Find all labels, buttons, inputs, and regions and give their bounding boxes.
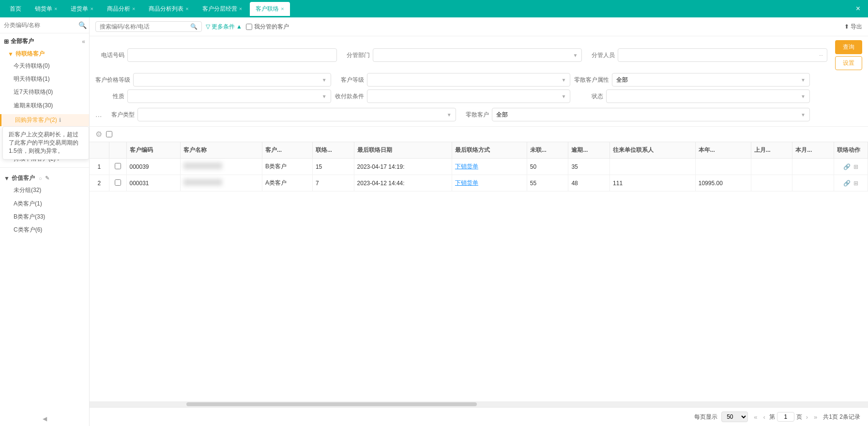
sidebar-item-ungrouped[interactable]: 未分组(32)	[0, 184, 89, 197]
th-last-month[interactable]: 上月...	[751, 142, 792, 159]
phone-input[interactable]	[127, 48, 337, 62]
row1-check[interactable]	[109, 159, 126, 175]
row2-actions[interactable]: 🔗 ⊞	[834, 175, 868, 191]
customer-type-select[interactable]: ▼	[137, 108, 456, 121]
table-settings-icon[interactable]: ⚙	[95, 130, 102, 139]
prev-page-btn[interactable]: ‹	[761, 412, 767, 422]
status-select[interactable]: ▼	[606, 89, 810, 103]
th-this-month[interactable]: 本月...	[792, 142, 834, 159]
nav-tab-customer-contact[interactable]: 客户联络 ×	[250, 2, 289, 16]
more-dots[interactable]: ...	[95, 110, 102, 119]
th-level[interactable]: 客户...	[262, 142, 313, 159]
nav-tab-sales[interactable]: 销货单 ×	[29, 2, 63, 16]
payment-select[interactable]: ▼	[367, 89, 571, 103]
query-button[interactable]: 查询	[835, 40, 862, 54]
main-search-input[interactable]	[100, 23, 188, 30]
row2-last-method-value[interactable]: 下销货单	[455, 179, 478, 186]
th-contacts[interactable]: 联络...	[312, 142, 354, 159]
customer-level-chevron-icon: ▼	[561, 77, 566, 83]
next-page-btn[interactable]: ›	[804, 412, 810, 422]
close-purchase-icon[interactable]: ×	[90, 6, 93, 12]
sidebar-collapse-icon[interactable]: «	[82, 38, 85, 45]
row1-code[interactable]: 000039	[126, 159, 180, 175]
pending-arrow-icon: ▼	[8, 51, 14, 58]
row2-link-icon[interactable]: 🔗	[843, 180, 851, 187]
scroll-thumb[interactable]	[186, 402, 477, 406]
row1-actions[interactable]: 🔗 ⊞	[834, 159, 868, 175]
more-conditions-btn[interactable]: ▽ 更多条件 ▲	[206, 23, 242, 31]
row1-last-method[interactable]: 下销货单	[452, 159, 527, 175]
th-unreached[interactable]: 未联...	[527, 142, 568, 159]
row2-checkbox[interactable]	[115, 179, 121, 186]
per-page-select[interactable]: 50 20 100	[721, 411, 748, 422]
price-level-select[interactable]: ▼	[133, 73, 331, 87]
nav-tab-analysis[interactable]: 商品分析 ×	[101, 2, 141, 16]
row1-grid-icon[interactable]: ⊞	[853, 163, 858, 170]
customer-level-select[interactable]: ▼	[367, 73, 571, 87]
main-search-icon[interactable]: 🔍	[190, 23, 198, 30]
sidebar-item-c-class[interactable]: C类客户(6)	[0, 223, 89, 236]
sidebar-search-input[interactable]	[4, 22, 76, 29]
row2-last-method[interactable]: 下销货单	[452, 175, 527, 191]
repurchase-info-icon[interactable]: ℹ	[59, 117, 61, 123]
sidebar-item-b-class[interactable]: B类客户(33)	[0, 210, 89, 223]
row1-link-icon[interactable]: 🔗	[843, 163, 851, 170]
nav-tab-customer-segment[interactable]: 客户分层经营 ×	[197, 2, 248, 16]
retail-attr-select[interactable]: 全部 ▼	[612, 73, 810, 87]
last-page-btn[interactable]: »	[812, 412, 819, 422]
sidebar-item-repurchase[interactable]: 回购异常客户(2) ℹ	[0, 114, 89, 126]
nav-tab-purchase[interactable]: 进货单 ×	[65, 2, 99, 16]
th-overdue[interactable]: 逾期...	[568, 142, 610, 159]
sidebar-bottom-arrow[interactable]: ◀	[0, 415, 89, 422]
close-customer-segment-icon[interactable]: ×	[239, 6, 242, 12]
nav-tab-analysis-list[interactable]: 商品分析列表 ×	[143, 2, 194, 16]
retail-select[interactable]: 全部 ▼	[492, 108, 810, 121]
pending-group-header[interactable]: ▼ 待联络客户	[0, 47, 89, 59]
th-last-date[interactable]: 最后联络日期	[354, 142, 452, 159]
row2-name[interactable]	[180, 175, 262, 191]
manager-select[interactable]: ···	[618, 48, 827, 62]
th-last-method[interactable]: 最后联络方式	[452, 142, 527, 159]
row2-contacts-person: 111	[610, 175, 696, 191]
page-input[interactable]	[777, 412, 794, 422]
row1-name[interactable]	[180, 159, 262, 175]
my-customers-label: 我分管的客户	[254, 23, 289, 31]
row2-code[interactable]: 000031	[126, 175, 180, 191]
first-page-btn[interactable]: «	[752, 412, 759, 422]
nature-select[interactable]: ▼	[127, 89, 331, 103]
row2-grid-icon[interactable]: ⊞	[853, 180, 858, 187]
sidebar-item-today[interactable]: 今天待联络(0)	[0, 59, 89, 73]
value-group-header[interactable]: ▼ 价值客户 ○ ✎	[0, 172, 89, 184]
close-all-button[interactable]: ×	[852, 2, 864, 15]
value-group-edit-icon[interactable]: ○	[39, 176, 42, 181]
sidebar-item-overdue[interactable]: 逾期未联络(30)	[0, 99, 89, 112]
value-group-add-icon[interactable]: ✎	[45, 175, 49, 181]
settings-button[interactable]: 设置	[835, 56, 862, 70]
row1-checkbox[interactable]	[115, 163, 121, 169]
sidebar-item-7days[interactable]: 近7天待联络(0)	[0, 86, 89, 99]
my-customers-checkbox[interactable]	[246, 24, 252, 30]
export-button[interactable]: ⬆ 导出	[844, 23, 862, 31]
row2-check[interactable]	[109, 175, 126, 191]
my-customers-checkbox-wrap[interactable]: 我分管的客户	[246, 23, 289, 31]
row2-last-month	[751, 175, 792, 191]
close-sales-icon[interactable]: ×	[54, 6, 57, 12]
th-code[interactable]: 客户编码	[126, 142, 180, 159]
row2-contacts-person-value: 111	[613, 180, 623, 187]
th-this-year[interactable]: 本年...	[695, 142, 751, 159]
horizontal-scrollbar[interactable]	[90, 401, 868, 407]
th-contacts-person[interactable]: 往来单位联系人	[610, 142, 696, 159]
th-name[interactable]: 客户名称	[180, 142, 262, 159]
select-all-checkbox[interactable]	[106, 131, 112, 137]
row1-last-method-value[interactable]: 下销货单	[455, 163, 478, 170]
sidebar-item-tomorrow[interactable]: 明天待联络(1)	[0, 73, 89, 86]
nav-tab-home[interactable]: 首页	[4, 2, 27, 16]
sidebar-item-a-class[interactable]: A类客户(1)	[0, 197, 89, 210]
close-analysis-list-icon[interactable]: ×	[185, 6, 188, 12]
close-analysis-icon[interactable]: ×	[132, 6, 135, 12]
dept-select[interactable]: ▼	[373, 48, 582, 62]
row2-name-value	[183, 179, 222, 186]
value-customer-group: ▼ 价值客户 ○ ✎ 未分组(32) A类客户(1) B类客户(33) C类客户…	[0, 170, 89, 238]
close-customer-contact-icon[interactable]: ×	[281, 6, 284, 12]
sidebar-search-icon[interactable]: 🔍	[78, 21, 87, 29]
